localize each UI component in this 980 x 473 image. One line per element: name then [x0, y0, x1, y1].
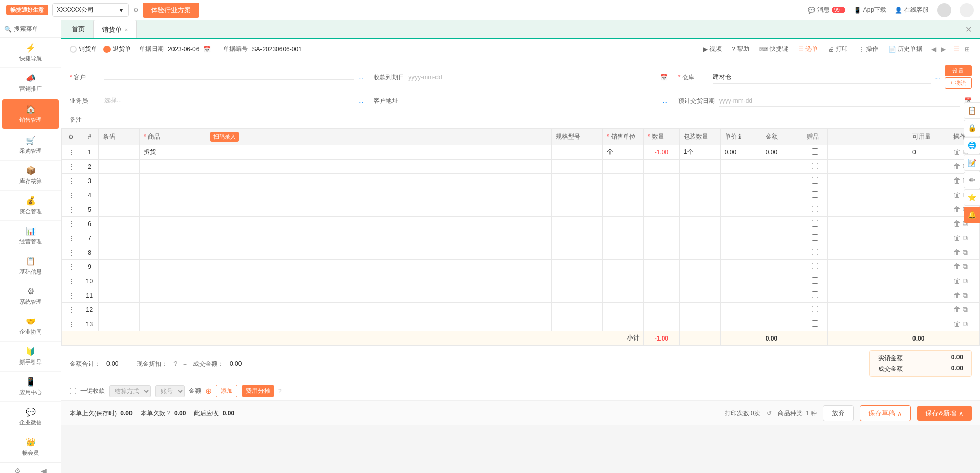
row-gift[interactable]	[802, 245, 827, 260]
row-amount[interactable]	[761, 245, 802, 260]
fee-split-button[interactable]: 费用分摊	[242, 385, 274, 397]
row-spec[interactable]	[551, 188, 602, 202]
row-pack-qty[interactable]	[679, 288, 720, 303]
save-new-button[interactable]: 保存&新增 ∧	[917, 406, 972, 421]
row-spec[interactable]	[551, 174, 602, 188]
sidebar-collapse-btn[interactable]: ◀	[41, 467, 47, 473]
float-btn-4[interactable]: 📝	[964, 154, 980, 171]
row-settings[interactable]: ⋮	[62, 202, 80, 217]
customer-addr-input[interactable]	[408, 99, 658, 103]
row-goods[interactable]: 拆货	[140, 145, 206, 160]
row-pack-qty[interactable]	[679, 231, 720, 245]
row-price[interactable]	[720, 231, 761, 245]
row-spec[interactable]	[551, 274, 602, 288]
copy-icon[interactable]: ⧉	[963, 291, 968, 300]
delete-icon[interactable]: 🗑	[953, 320, 961, 328]
row-price[interactable]	[720, 217, 761, 231]
row-goods[interactable]	[140, 274, 206, 288]
debt-help-icon[interactable]: ?	[167, 410, 170, 417]
col-settings[interactable]: ⚙	[62, 129, 80, 145]
row-pack-qty[interactable]	[679, 174, 720, 188]
float-btn-5[interactable]: ✏	[964, 172, 980, 188]
sidebar-item-purchase[interactable]: 🛒 采购管理	[0, 130, 61, 161]
row-gift[interactable]	[802, 145, 827, 160]
row-gift[interactable]	[802, 274, 827, 288]
row-goods[interactable]	[140, 260, 206, 274]
row-barcode[interactable]	[99, 217, 140, 231]
online-service-button[interactable]: 👤 在线客服	[895, 6, 929, 14]
row-unit[interactable]	[602, 288, 643, 303]
delete-icon[interactable]: 🗑	[953, 248, 961, 257]
row-amount[interactable]	[761, 274, 802, 288]
delete-icon[interactable]: 🗑	[953, 205, 961, 214]
row-qty[interactable]	[643, 217, 679, 231]
delete-icon[interactable]: 🗑	[953, 219, 961, 228]
list-view-btn[interactable]: ☰	[952, 44, 962, 54]
app-download-button[interactable]: 📱 App下载	[854, 6, 886, 14]
row-spec[interactable]	[551, 202, 602, 217]
salesperson-input[interactable]: 选择...	[104, 94, 354, 107]
row-settings[interactable]: ⋮	[62, 217, 80, 231]
account-select[interactable]: 账号	[155, 385, 185, 397]
row-amount[interactable]	[761, 317, 802, 331]
row-pack-qty[interactable]	[679, 245, 720, 260]
app-logo[interactable]: 畅捷通好生意	[6, 5, 48, 15]
row-amount[interactable]	[761, 217, 802, 231]
row-barcode[interactable]	[99, 274, 140, 288]
action-select[interactable]: ☰ 选单	[795, 43, 821, 55]
row-amount[interactable]	[761, 231, 802, 245]
row-unit[interactable]	[602, 217, 643, 231]
row-qty[interactable]	[643, 245, 679, 260]
row-goods[interactable]	[140, 160, 206, 174]
row-goods[interactable]	[140, 288, 206, 303]
action-operate[interactable]: ⋮ 操作	[855, 43, 881, 55]
sidebar-item-guide[interactable]: 🔰 新手引导	[0, 342, 61, 372]
row-spec[interactable]	[551, 260, 602, 274]
copy-icon[interactable]: ⧉	[963, 262, 968, 271]
row-qty[interactable]	[643, 174, 679, 188]
row-pack-qty[interactable]	[679, 202, 720, 217]
row-amount[interactable]	[761, 188, 802, 202]
row-amount[interactable]	[761, 260, 802, 274]
row-amount[interactable]	[761, 160, 802, 174]
row-goods[interactable]	[140, 217, 206, 231]
row-qty[interactable]	[643, 274, 679, 288]
row-qty[interactable]	[643, 260, 679, 274]
row-goods[interactable]	[140, 231, 206, 245]
row-goods[interactable]	[140, 174, 206, 188]
row-price[interactable]	[720, 317, 761, 331]
row-barcode[interactable]	[99, 260, 140, 274]
sidebar-item-wechat[interactable]: 💬 企业微信	[0, 402, 61, 432]
row-goods[interactable]	[140, 245, 206, 260]
row-price[interactable]	[720, 288, 761, 303]
row-settings[interactable]: ⋮	[62, 231, 80, 245]
delete-icon[interactable]: 🗑	[953, 305, 961, 314]
delete-icon[interactable]: 🗑	[953, 277, 961, 285]
row-barcode[interactable]	[99, 231, 140, 245]
goods-type[interactable]: 商品种类: 1 种	[778, 409, 817, 418]
message-button[interactable]: 💬 消息 99+	[808, 6, 845, 14]
action-video[interactable]: ▶ 视频	[700, 43, 725, 55]
row-unit[interactable]: 个	[602, 145, 643, 160]
row-unit[interactable]	[602, 245, 643, 260]
action-help[interactable]: ? 帮助	[729, 43, 752, 55]
row-price[interactable]	[720, 174, 761, 188]
row-amount[interactable]	[761, 288, 802, 303]
row-goods[interactable]	[140, 303, 206, 317]
delete-icon[interactable]: 🗑	[953, 148, 961, 156]
sidebar-settings-btn[interactable]: ⚙	[14, 467, 21, 473]
copy-icon[interactable]: ⧉	[963, 320, 968, 328]
row-spec[interactable]	[551, 245, 602, 260]
row-settings[interactable]: ⋮	[62, 288, 80, 303]
payment-date-calendar-icon[interactable]: 📅	[660, 74, 668, 81]
row-amount[interactable]	[761, 174, 802, 188]
scan-btn[interactable]: 扫码录入	[210, 132, 239, 142]
row-barcode[interactable]	[99, 188, 140, 202]
sidebar-item-basic[interactable]: 📋 基础信息	[0, 251, 61, 281]
row-settings[interactable]: ⋮	[62, 317, 80, 331]
row-barcode[interactable]	[99, 288, 140, 303]
copy-icon[interactable]: ⧉	[963, 305, 968, 314]
row-spec[interactable]	[551, 217, 602, 231]
row-qty[interactable]: -1.00	[643, 145, 679, 160]
row-price[interactable]	[720, 202, 761, 217]
